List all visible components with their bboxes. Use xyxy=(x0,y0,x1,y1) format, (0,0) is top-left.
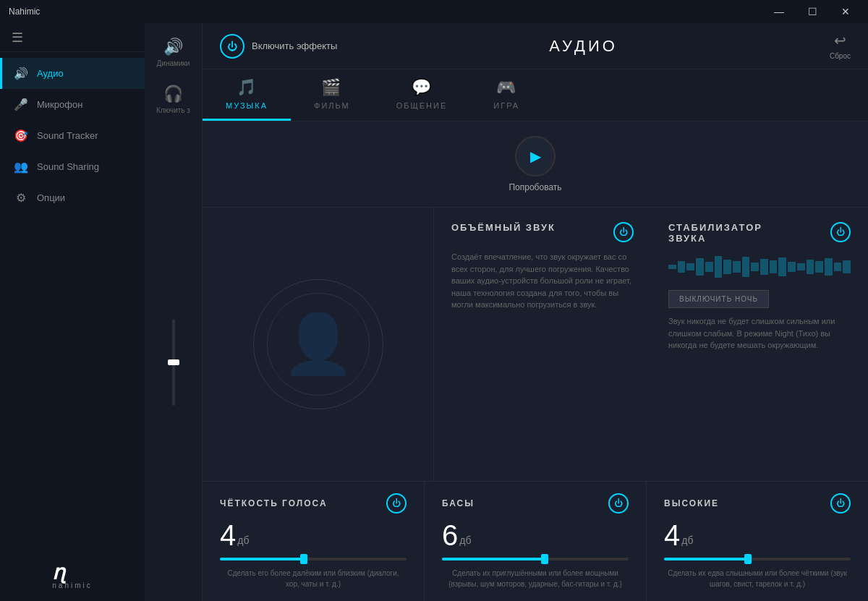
waveform-bar xyxy=(843,260,851,273)
minimize-button[interactable]: — xyxy=(762,0,796,23)
window-controls: — ☐ ✕ xyxy=(762,0,862,23)
stabilizer-power-button[interactable]: ⏻ xyxy=(830,222,851,242)
enable-effects[interactable]: ⏻ Включить эффекты xyxy=(220,34,337,59)
device-headphones[interactable]: 🎧 Ключить з xyxy=(145,76,202,123)
sidebar-label-tracker: Sound Tracker xyxy=(37,130,98,141)
night-mode-button[interactable]: ВЫКЛЮЧИТЬ НОЧЬ xyxy=(668,290,769,308)
sidebar-item-options[interactable]: ⚙ Опции xyxy=(0,182,145,213)
communication-tab-label: ОБЩЕНИЕ xyxy=(396,101,448,110)
power-button[interactable]: ⏻ xyxy=(220,34,244,59)
surround-header: ОБЪЁМНЫЙ ЗВУК ⏻ xyxy=(451,222,634,242)
waveform-bar xyxy=(834,263,842,271)
sidebar-nav: 🔊 Аудио 🎤 Микрофон 🎯 Sound Tracker 👥 Sou… xyxy=(0,52,145,549)
film-tab-label: ФИЛЬМ xyxy=(314,101,350,110)
microphone-icon: 🎤 xyxy=(14,98,28,111)
reset-label: Сброс xyxy=(830,52,851,60)
waveform-bar xyxy=(770,260,778,273)
tab-film[interactable]: 🎬 ФИЛЬМ xyxy=(291,69,373,121)
sidebar-item-microphone[interactable]: 🎤 Микрофон xyxy=(0,89,145,120)
waveform-bar xyxy=(715,256,723,278)
surround-content: ОБЪЁМНЫЙ ЗВУК ⏻ Создаёт впечатление, что… xyxy=(434,208,651,481)
db-unit-bass: дб xyxy=(459,534,471,546)
slider-header-voice: ЧЁТКОСТЬ ГОЛОСА ⏻ xyxy=(220,493,407,513)
tab-game[interactable]: 🎮 ИГРА xyxy=(470,69,542,121)
play-circle[interactable]: ▶ xyxy=(515,136,556,176)
slider-cell-bass: БАСЫ ⏻ 6 дб Сделать их приглушёнными или… xyxy=(425,482,647,601)
sidebar-item-sound-sharing[interactable]: 👥 Sound Sharing xyxy=(0,151,145,182)
main-panel: ⏻ Включить эффекты АУДИО ↩ Сброс 🎵 МУЗЫК… xyxy=(203,23,868,601)
waveform-bar xyxy=(797,263,805,270)
slider-track-voice[interactable] xyxy=(220,558,407,560)
head-visual: 👤 xyxy=(253,279,383,409)
page-title: АУДИО xyxy=(549,37,618,56)
slider-title-bass: БАСЫ xyxy=(442,498,475,508)
communication-tab-icon: 💬 xyxy=(412,78,433,97)
app-body: ☰ 🔊 Аудио 🎤 Микрофон 🎯 Sound Tracker 👥 S… xyxy=(0,23,868,601)
surround-title: ОБЪЁМНЫЙ ЗВУК xyxy=(451,222,556,233)
tab-music[interactable]: 🎵 МУЗЫКА xyxy=(203,69,291,121)
db-value-voice: 4 дб xyxy=(220,519,407,552)
surround-power-button[interactable]: ⏻ xyxy=(613,222,634,242)
music-tab-label: МУЗЫКА xyxy=(226,101,268,110)
stabilizer-cell: СТАБИЛИЗАТОР ЗВУКА ⏻ ВЫКЛЮЧИТЬ НОЧЬ Звук… xyxy=(651,208,868,481)
vertical-slider[interactable] xyxy=(172,319,175,406)
try-button[interactable]: ▶ Попробовать xyxy=(509,136,561,192)
db-number-treble: 4 xyxy=(664,519,680,552)
maximize-button[interactable]: ☐ xyxy=(796,0,829,23)
waveform-bar xyxy=(696,258,704,276)
sidebar: ☰ 🔊 Аудио 🎤 Микрофон 🎯 Sound Tracker 👥 S… xyxy=(0,23,145,601)
slider-header-treble: ВЫСОКИЕ ⏻ xyxy=(664,493,851,513)
sidebar-label-options: Опции xyxy=(37,192,65,203)
sidebar-label-audio: Аудио xyxy=(37,68,64,79)
db-unit-treble: дб xyxy=(681,534,693,546)
speakers-icon: 🔊 xyxy=(163,38,183,56)
effects-label: Включить эффекты xyxy=(252,41,337,51)
sidebar-item-audio[interactable]: 🔊 Аудио xyxy=(0,58,145,89)
slider-header-bass: БАСЫ ⏻ xyxy=(442,493,629,513)
slider-fill-voice xyxy=(220,558,304,560)
device-speakers[interactable]: 🔊 Динамики xyxy=(145,29,202,76)
slider-thumb-voice xyxy=(300,554,307,564)
sliders-row: ЧЁТКОСТЬ ГОЛОСА ⏻ 4 дб Сделать его более… xyxy=(203,482,868,601)
waveform-bar xyxy=(742,257,750,277)
waveform-bar xyxy=(686,263,694,270)
options-icon: ⚙ xyxy=(14,191,28,205)
close-button[interactable]: ✕ xyxy=(829,0,862,23)
sharing-icon: 👥 xyxy=(14,160,28,174)
hamburger-icon[interactable]: ☰ xyxy=(12,30,23,46)
slider-desc-bass: Сделать их приглушёнными или более мощны… xyxy=(442,568,629,589)
waveform-bar xyxy=(825,258,833,276)
db-number-voice: 4 xyxy=(220,519,236,552)
sidebar-item-sound-tracker[interactable]: 🎯 Sound Tracker xyxy=(0,120,145,151)
slider-track-treble[interactable] xyxy=(664,558,851,560)
waveform-bar xyxy=(733,261,741,273)
speakers-label: Динамики xyxy=(157,59,190,67)
slider-track-bass[interactable] xyxy=(442,558,629,560)
reset-button[interactable]: ↩ Сброс xyxy=(830,32,851,60)
slider-title-voice: ЧЁТКОСТЬ ГОЛОСА xyxy=(220,498,328,508)
main-header: ⏻ Включить эффекты АУДИО ↩ Сброс xyxy=(203,23,868,69)
sidebar-header: ☰ xyxy=(0,23,145,52)
volume-slider-container xyxy=(166,123,181,601)
waveform-bar xyxy=(815,261,823,273)
game-tab-icon: 🎮 xyxy=(496,78,517,97)
slider-cell-voice: ЧЁТКОСТЬ ГОЛОСА ⏻ 4 дб Сделать его более… xyxy=(203,482,425,601)
tab-communication[interactable]: 💬 ОБЩЕНИЕ xyxy=(373,69,471,121)
surround-desc: Создаёт впечатление, что звук окружает в… xyxy=(451,251,634,311)
slider-power-voice[interactable]: ⏻ xyxy=(386,493,407,513)
stabilizer-title2: ЗВУКА xyxy=(668,233,762,244)
waveform-bar xyxy=(668,265,676,269)
slider-title-treble: ВЫСОКИЕ xyxy=(664,498,719,508)
stabilizer-header: СТАБИЛИЗАТОР ЗВУКА ⏻ xyxy=(668,222,851,244)
tabs-row: 🎵 МУЗЫКА 🎬 ФИЛЬМ 💬 ОБЩЕНИЕ 🎮 ИГРА xyxy=(203,69,868,122)
slider-thumb-bass xyxy=(541,554,548,564)
db-number-bass: 6 xyxy=(442,519,458,552)
slider-fill-bass xyxy=(442,558,545,560)
slider-power-bass[interactable]: ⏻ xyxy=(608,493,629,513)
head-icon: 👤 xyxy=(282,310,354,378)
slider-power-treble[interactable]: ⏻ xyxy=(830,493,851,513)
waveform-bar xyxy=(760,259,768,275)
db-unit-voice: дб xyxy=(237,534,249,546)
stabilizer-desc: Звук никогда не будет слишком сильным ил… xyxy=(668,315,851,351)
logo-name: nahimic xyxy=(52,581,92,589)
